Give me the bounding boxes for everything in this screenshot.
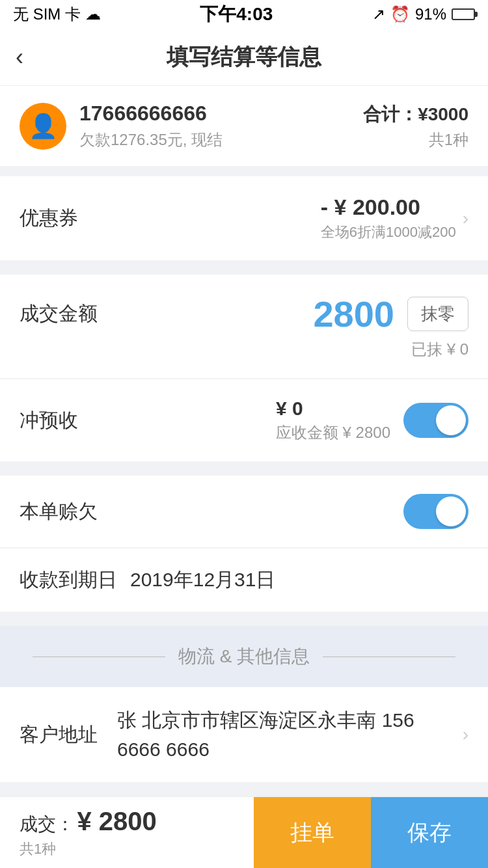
bottom-deal-amount: ¥ 2800: [77, 807, 156, 835]
amount-label: 成交金额: [20, 301, 98, 327]
address-section[interactable]: 客户地址 张 北京市市辖区海淀区永丰南 156 6666 6666 ›: [0, 687, 488, 782]
customer-info: 17666666666 欠款1276.35元, 现结: [79, 102, 223, 150]
pending-button[interactable]: 挂单: [254, 797, 371, 869]
bottom-summary: 成交： ¥ 2800 共1种: [0, 807, 254, 859]
battery-icon: [452, 8, 475, 20]
prepay-section: 冲预收 ¥ 0 应收金额 ¥ 2800: [0, 379, 488, 461]
prepay-row: 冲预收 ¥ 0 应收金额 ¥ 2800: [20, 398, 468, 443]
address-chevron: ›: [463, 724, 468, 745]
battery-percent: 91%: [415, 5, 446, 23]
total-value: 合计：¥3000: [363, 102, 468, 127]
bottom-deal-row: 成交： ¥ 2800: [20, 807, 234, 837]
avatar-icon: 👤: [29, 113, 58, 140]
customer-right: 合计：¥3000 共1种: [363, 102, 468, 150]
amount-sub: 已抹 ¥ 0: [20, 339, 468, 360]
bottom-bar: 成交： ¥ 2800 共1种 挂单 保存: [0, 796, 488, 868]
debt-toggle[interactable]: [403, 494, 468, 529]
round-button[interactable]: 抹零: [407, 297, 468, 331]
status-time: 下午4:03: [200, 2, 273, 27]
section-gap-3: [0, 613, 488, 626]
address-value: 张 北京市市辖区海淀区永丰南 156 6666 6666: [117, 705, 463, 764]
coupon-discount: - ¥ 200.00: [321, 195, 456, 220]
debt-label: 本单赊欠: [20, 498, 98, 525]
bottom-count: 共1种: [20, 839, 234, 859]
logistics-header: 物流 & 其他信息: [0, 626, 488, 687]
amount-value: 2800: [313, 293, 394, 335]
back-button[interactable]: ‹: [16, 44, 23, 71]
customer-phone: 17666666666: [79, 102, 223, 126]
coupon-chevron: ›: [463, 208, 468, 229]
prepay-label: 冲预收: [20, 407, 78, 434]
logistics-title: 物流 & 其他信息: [178, 644, 310, 669]
duedate-label: 收款到期日: [20, 567, 117, 593]
address-chevron-icon: ›: [463, 724, 468, 745]
coupon-right: - ¥ 200.00 全场6折满1000减200 ›: [321, 195, 468, 242]
status-left: 无 SIM 卡 ☁: [13, 4, 101, 25]
prepay-right: ¥ 0 应收金额 ¥ 2800: [276, 398, 468, 443]
prepay-toggle[interactable]: [403, 403, 468, 438]
avatar: 👤: [20, 103, 66, 150]
coupon-row[interactable]: 优惠券 - ¥ 200.00 全场6折满1000减200 ›: [0, 176, 488, 260]
location-icon: ↗: [372, 5, 385, 23]
coupon-desc: 全场6折满1000减200: [321, 223, 456, 242]
toggle-knob: [436, 405, 466, 435]
coupon-label: 优惠券: [20, 205, 78, 232]
debt-section: 本单赊欠: [0, 476, 488, 547]
duedate-section: 收款到期日 2019年12月31日: [0, 549, 488, 612]
address-label: 客户地址: [20, 722, 98, 748]
prepay-amount: ¥ 0: [276, 398, 390, 420]
content: 👤 17666666666 欠款1276.35元, 现结 合计：¥3000 共1…: [0, 86, 488, 868]
prepay-sub: 应收金额 ¥ 2800: [276, 422, 390, 443]
alarm-icon: ⏰: [390, 5, 410, 23]
duedate-value: 2019年12月31日: [130, 567, 275, 593]
section-gap-2: [0, 463, 488, 476]
customer-count: 共1种: [363, 129, 468, 150]
sim-text: 无 SIM 卡 ☁: [13, 4, 101, 25]
section-gap-1: [0, 262, 488, 275]
save-button[interactable]: 保存: [371, 797, 488, 869]
bottom-deal-label: 成交：: [20, 814, 74, 834]
customer-left: 👤 17666666666 欠款1276.35元, 现结: [20, 102, 223, 150]
amount-section: 成交金额 2800 抹零 已抹 ¥ 0: [0, 275, 488, 378]
debt-row: 本单赊欠: [20, 494, 468, 529]
nav-bar: ‹ 填写结算等信息: [0, 29, 488, 86]
page-title: 填写结算等信息: [167, 42, 321, 72]
status-bar: 无 SIM 卡 ☁ 下午4:03 ↗ ⏰ 91%: [0, 0, 488, 29]
amount-row: 成交金额 2800 抹零: [20, 293, 468, 335]
status-right: ↗ ⏰ 91%: [372, 5, 475, 23]
amount-value-wrap: 2800 抹零: [313, 293, 468, 335]
duedate-row: 收款到期日 2019年12月31日: [20, 567, 468, 593]
debt-toggle-knob: [436, 496, 466, 526]
customer-card: 👤 17666666666 欠款1276.35元, 现结 合计：¥3000 共1…: [0, 86, 488, 166]
customer-debt: 欠款1276.35元, 现结: [79, 129, 223, 150]
